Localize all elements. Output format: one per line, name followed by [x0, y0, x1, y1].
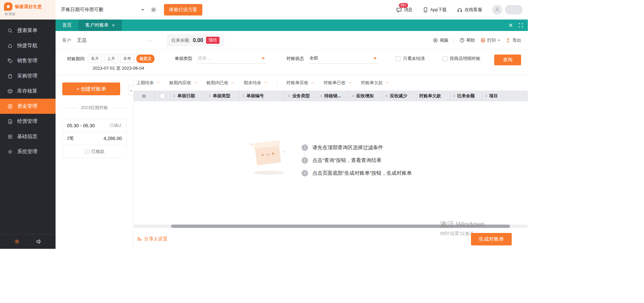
column-label: 单据编号 [246, 93, 264, 99]
column-running-balance[interactable]: ≡ 往来余额 [450, 91, 482, 101]
checkbox-icon [160, 94, 165, 99]
tab-customer-statement[interactable]: 客户对账单 [78, 20, 122, 31]
period-this-year-button[interactable]: 本年 [120, 55, 134, 63]
tab-home[interactable]: 首页 [56, 20, 78, 31]
column-project[interactable]: ≡ 项目 [482, 91, 528, 101]
filter-icon: ≡ [352, 94, 354, 98]
sidebar-item-label: 采购管理 [17, 73, 37, 79]
column-pending-writeoff[interactable]: ≡ 待核销... [317, 91, 349, 101]
filter-icon: ≡ [453, 94, 455, 98]
print-label: 打印 [487, 37, 496, 43]
share-settings-button[interactable]: 分享人设置 [136, 236, 168, 242]
online-service-button[interactable]: 在线客服 [457, 7, 482, 13]
export-button[interactable]: 导出 [506, 37, 521, 43]
brand-logo-icon [4, 2, 12, 11]
scrollbar-thumb[interactable] [171, 225, 510, 228]
generate-statement-button[interactable]: 生成对账单 [471, 233, 512, 245]
summary-period-received: 账期内已收 -- [206, 80, 234, 86]
user-avatar[interactable] [492, 5, 502, 15]
step-number: 2 [302, 157, 308, 164]
divider [454, 38, 454, 43]
list-icon [7, 134, 13, 139]
column-statement-owed[interactable]: 对账单欠款 [416, 91, 450, 101]
collapse-panel-icon[interactable]: « [128, 85, 134, 95]
history-title-label: 2023往期对账 [81, 105, 108, 111]
column-business-type[interactable]: ≡ 业务类型 [285, 91, 317, 101]
doc-type-select[interactable]: 选择... [196, 55, 266, 64]
column-receivable-decrease[interactable]: ≡ 应收减少 [383, 91, 416, 101]
fullscreen-icon[interactable] [518, 23, 523, 28]
step-1: 1 请先在顶部查询区选择过滤条件 [302, 141, 412, 154]
period-range-value[interactable]: 2023-07-01 至 2023-06-04 [93, 65, 155, 71]
tab-bar: 首页 客户对账单 [56, 20, 528, 31]
column-settings-button[interactable] [134, 91, 155, 101]
statement-amount: 4,286.00 [104, 136, 122, 141]
period-custom-button[interactable]: 自定义 [136, 55, 155, 63]
more-options-icon[interactable]: ··· [147, 38, 152, 43]
period-this-month-button[interactable]: 本月 [88, 55, 102, 63]
sidebar-item-operations[interactable]: 经营管理 [0, 114, 56, 129]
column-receivable-increase[interactable]: ≡ 应收增加 [349, 91, 383, 101]
sidebar-item-system[interactable]: 系统管理 [0, 144, 56, 159]
price-tag-icon [7, 58, 13, 64]
settle-badge: 现结 [206, 37, 219, 44]
statement-card[interactable]: 05.30 - 06.30 已确认 2笔 4,286.00 ✓ 已收款 [62, 119, 127, 158]
topbar: 开账日期可停用可删 体验行业方案 99+ 消息 App下载 在线客服 [56, 0, 528, 20]
summary-value: -- [348, 80, 351, 86]
checkbox-icon [396, 56, 401, 61]
column-doc-number[interactable]: 单据编号 [240, 91, 285, 101]
video-button[interactable]: 视频 [433, 37, 448, 43]
home-icon [7, 43, 13, 48]
summary-period-receivable: 账期内应收 -- [169, 80, 197, 86]
sidebar-nav: 搜索菜单 快捷导航 销售管理 采购管理 库存核算 资金管理 [0, 20, 56, 234]
sidebar-item-label: 资金管理 [17, 103, 37, 109]
select-all-checkbox[interactable] [155, 91, 171, 101]
status-select[interactable]: 全部 [308, 55, 378, 64]
period-last-month-button[interactable]: 上月 [104, 55, 118, 63]
customer-select[interactable]: 客户 王总 ··· [62, 37, 152, 43]
print-button[interactable]: 打印 [480, 37, 500, 43]
query-button[interactable]: 查询 [494, 55, 521, 65]
account-period-select[interactable]: 开账日期可停用可删 [61, 7, 144, 13]
sidebar-item-search-menu[interactable]: 搜索菜单 [0, 23, 56, 38]
sidebar-item-sales[interactable]: 销售管理 [0, 53, 56, 68]
by-item-detail-label: 按商品明细对账 [450, 55, 480, 63]
unsettled-only-checkbox[interactable]: 只看未结清 [396, 55, 425, 63]
printer-icon [480, 38, 485, 43]
app-download-button[interactable]: App下载 [423, 7, 447, 13]
create-statement-button[interactable]: + 创建对账单 [62, 82, 120, 95]
customer-label: 客户 [62, 37, 71, 43]
topbar-gear-icon[interactable] [150, 7, 157, 13]
close-tab-icon[interactable] [112, 24, 115, 27]
step-2: 2 点击“查询”按钮，查看查询结果 [302, 154, 412, 167]
document-icon [7, 119, 13, 124]
speaker-icon[interactable] [36, 239, 41, 244]
question-circle-icon [460, 38, 465, 43]
step-number: 3 [302, 170, 308, 176]
sidebar-item-label: 销售管理 [17, 58, 37, 64]
filter-icon: ≡ [288, 94, 290, 98]
sidebar-item-quick-nav[interactable]: 快捷导航 [0, 38, 56, 53]
tab-customer-statement-label: 客户对账单 [85, 22, 109, 28]
horizontal-scrollbar[interactable] [134, 225, 528, 228]
sidebar-item-inventory[interactable]: 库存核算 [0, 83, 56, 99]
column-doc-type[interactable]: 单据类型 [206, 91, 240, 101]
trial-solution-button[interactable]: 体验行业方案 [164, 4, 202, 15]
sidebar-item-funds[interactable]: 资金管理 [0, 99, 56, 114]
empty-state: + + 1 请先在顶部查询区选择过滤条件 [134, 101, 528, 225]
messages-button[interactable]: 99+ 消息 [396, 7, 413, 13]
content-area: + 创建对账单 « 2023往期对账 05.30 - 06.30 已确认 2笔 … [56, 75, 528, 249]
sort-icon [242, 95, 244, 97]
column-doc-date[interactable]: 单据日期 [171, 91, 206, 101]
help-button[interactable]: 帮助 [460, 37, 475, 43]
sidebar-item-purchase[interactable]: 采购管理 [0, 68, 56, 83]
summary-value: -- [231, 80, 234, 86]
headset-icon [457, 7, 463, 13]
sparkle-icon: + [250, 142, 253, 147]
summary-label: 上期结余 [136, 80, 154, 86]
close-all-icon[interactable] [508, 23, 513, 28]
sidebar-item-basic-info[interactable]: 基础信息 [0, 129, 56, 144]
settings-gear-icon[interactable] [14, 239, 20, 244]
by-item-detail-checkbox[interactable]: 按商品明细对账 [442, 55, 480, 63]
app-download-label: App下载 [430, 7, 447, 13]
